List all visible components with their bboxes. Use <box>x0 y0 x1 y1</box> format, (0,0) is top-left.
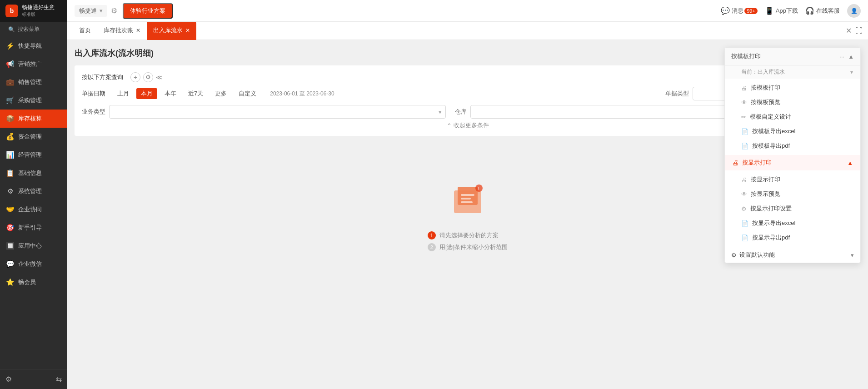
sidebar-nav: ⚡ 快捷导航 📢 营销推广 💼 销售管理 🛒 采购管理 📦 库存核算 💰 资金管… <box>0 37 67 369</box>
sidebar-item-collab[interactable]: 🤝 企业协同 <box>0 200 67 219</box>
sidebar-item-label: 采购管理 <box>18 96 42 105</box>
search-menu[interactable]: 🔍 搜索菜单 <box>0 22 67 37</box>
filter-settings-btn[interactable]: ⚙ <box>143 72 153 82</box>
tab-close-active-icon[interactable]: ✕ <box>185 27 190 34</box>
empty-step-2: 2 用[选]条件来缩小分析范围 <box>428 243 508 251</box>
date-last-month[interactable]: 上月 <box>113 88 134 99</box>
footer-chevron-down-icon: ▾ <box>851 252 854 259</box>
display-print-settings-item[interactable]: ⚙ 按显示打印设置 <box>725 201 860 216</box>
template-print-item[interactable]: 🖨 按模板打印 <box>725 80 860 95</box>
sidebar-item-finance[interactable]: 💰 资金管理 <box>0 128 67 146</box>
account-name: 畅捷通 <box>79 7 97 15</box>
date-7days[interactable]: 近7天 <box>184 88 208 99</box>
sidebar-item-wechat[interactable]: 💬 企业微信 <box>0 255 67 273</box>
svg-rect-3 <box>461 198 471 199</box>
app-logo: b 畅捷通好生意 标准版 <box>0 0 67 22</box>
svg-point-5 <box>475 185 483 192</box>
sidebar-item-marketing[interactable]: 📢 营销推广 <box>0 55 67 73</box>
current-indicator: 当前：出入库流水 ▾ <box>725 65 860 79</box>
industry-btn[interactable]: 体验行业方案 <box>123 3 173 19</box>
template-custom-item[interactable]: ✏ 模板自定义设计 <box>725 110 860 124</box>
sidebar-item-purchase[interactable]: 🛒 采购管理 <box>0 91 67 110</box>
sidebar-item-label: 企业协同 <box>18 205 42 214</box>
message-icon: 💬 <box>721 6 730 15</box>
template-export-pdf-item[interactable]: 📄 按模板导出pdf <box>725 139 860 153</box>
item-label: 按显示预览 <box>751 190 780 198</box>
sidebar-footer: ⚙ ⇆ <box>0 369 67 389</box>
item-label: 按显示导出pdf <box>752 234 790 242</box>
tabs-bar: 首页 库存批次账 ✕ 出入库流水 ✕ ✕ ⛶ <box>67 22 868 40</box>
type-field-label: 单据类型 <box>665 90 689 98</box>
display-export-excel-item[interactable]: 📄 按显示导出excel <box>725 216 860 230</box>
topbar: 畅捷通 ▾ ⚙ 体验行业方案 💬 消息 99+ 📱 App下载 🎧 在线客服 👤 <box>67 0 868 22</box>
collapse-icon[interactable]: ⇆ <box>56 375 62 384</box>
preview-icon: 👁 <box>741 99 747 106</box>
date-more[interactable]: 更多 <box>210 88 231 99</box>
sidebar-item-sales[interactable]: 💼 销售管理 <box>0 73 67 91</box>
account-selector[interactable]: 畅捷通 ▾ <box>75 5 107 17</box>
svg-rect-4 <box>461 201 473 203</box>
tab-flow[interactable]: 出入库流水 ✕ <box>147 22 196 40</box>
sidebar-item-inventory[interactable]: 📦 库存核算 <box>0 110 67 128</box>
dropdown-chevron-up-icon[interactable]: ▲ <box>848 53 854 60</box>
settings-icon[interactable]: ⚙ <box>5 375 12 384</box>
edit-icon: ✏ <box>741 114 746 120</box>
sidebar-item-operations[interactable]: 📊 经营管理 <box>0 146 67 164</box>
printer-icon: 🖨 <box>741 85 747 91</box>
avatar[interactable]: 👤 <box>847 4 861 18</box>
sidebar-item-label: 畅会员 <box>18 278 36 286</box>
appcenter-icon: 🔲 <box>5 241 15 250</box>
item-label: 按显示打印 <box>751 175 780 184</box>
tabs-actions: ✕ ⛶ <box>846 26 863 35</box>
search-label: 搜索菜单 <box>18 25 40 33</box>
display-print-item[interactable]: 🖨 按显示打印 <box>725 172 860 187</box>
display-export-pdf-item[interactable]: 📄 按显示导出pdf <box>725 230 860 245</box>
support-btn[interactable]: 🎧 在线客服 <box>805 6 840 15</box>
sidebar-item-appcenter[interactable]: 🔲 应用中心 <box>0 237 67 255</box>
pdf2-icon: 📄 <box>741 234 748 241</box>
section-label: 按显示打印 <box>742 159 772 167</box>
main-area: 畅捷通 ▾ ⚙ 体验行业方案 💬 消息 99+ 📱 App下载 🎧 在线客服 👤 <box>67 0 868 389</box>
business-select[interactable]: ▾ <box>109 105 446 119</box>
tab-close-icon[interactable]: ✕ <box>136 27 140 34</box>
sidebar-item-label: 营销推广 <box>18 60 42 68</box>
dropdown-footer[interactable]: ⚙ 设置默认功能 ▾ <box>725 247 860 263</box>
marketing-icon: 📢 <box>5 60 15 69</box>
filter-collapse-icon[interactable]: ≪ <box>156 74 163 81</box>
sidebar-item-system[interactable]: ⚙ 系统管理 <box>0 182 67 200</box>
tab-expand-icon[interactable]: ⛶ <box>855 27 863 35</box>
date-this-year[interactable]: 本年 <box>160 88 181 99</box>
settings2-icon: ⚙ <box>741 205 747 212</box>
filter-actions: + ⚙ ≪ <box>130 72 163 82</box>
current-label: 当前：出入库流水 <box>741 68 785 76</box>
purchase-icon: 🛒 <box>5 96 15 105</box>
gear-icon[interactable]: ⚙ <box>111 6 117 15</box>
sidebar-item-guide[interactable]: 🎯 新手引导 <box>0 219 67 237</box>
date-custom[interactable]: 自定义 <box>234 88 261 99</box>
tab-batch[interactable]: 库存批次账 ✕ <box>97 22 147 40</box>
filter-section-label: 按以下方案查询 <box>82 73 123 81</box>
template-export-excel-item[interactable]: 📄 按模板导出excel <box>725 124 860 139</box>
display-preview-item[interactable]: 👁 按显示预览 <box>725 187 860 201</box>
dropdown-panel: 按模板打印 ··· ▲ 当前：出入库流水 ▾ 🖨 按模板打印 👁 按模板预览 <box>724 47 861 263</box>
sidebar-item-label: 快捷导航 <box>18 42 42 50</box>
tab-home[interactable]: 首页 <box>73 22 97 40</box>
inventory-icon: 📦 <box>5 114 15 123</box>
topbar-right: 💬 消息 99+ 📱 App下载 🎧 在线客服 👤 <box>721 4 861 18</box>
message-btn[interactable]: 💬 消息 99+ <box>721 6 758 15</box>
item-label: 按模板导出pdf <box>752 142 790 150</box>
template-preview-item[interactable]: 👁 按模板预览 <box>725 95 860 110</box>
sidebar-item-shortcut[interactable]: ⚡ 快捷导航 <box>0 37 67 55</box>
settings-default-icon: ⚙ <box>731 252 737 259</box>
filter-add-btn[interactable]: + <box>130 72 140 82</box>
tab-close-all-icon[interactable]: ✕ <box>846 26 852 35</box>
display-print-section-header[interactable]: 🖨 按显示打印 ▲ <box>725 155 860 170</box>
sidebar-item-basic[interactable]: 📋 基础信息 <box>0 164 67 182</box>
dropdown-header: 按模板打印 ··· ▲ <box>725 48 860 65</box>
app-download-btn[interactable]: 📱 App下载 <box>765 6 798 15</box>
basic-icon: 📋 <box>5 169 15 178</box>
dropdown-more-icon[interactable]: ··· <box>839 53 844 60</box>
sidebar-item-member[interactable]: ⭐ 畅会员 <box>0 273 67 291</box>
section-chevron-up-icon: ▲ <box>847 160 853 166</box>
date-this-month[interactable]: 本月 <box>136 88 157 99</box>
